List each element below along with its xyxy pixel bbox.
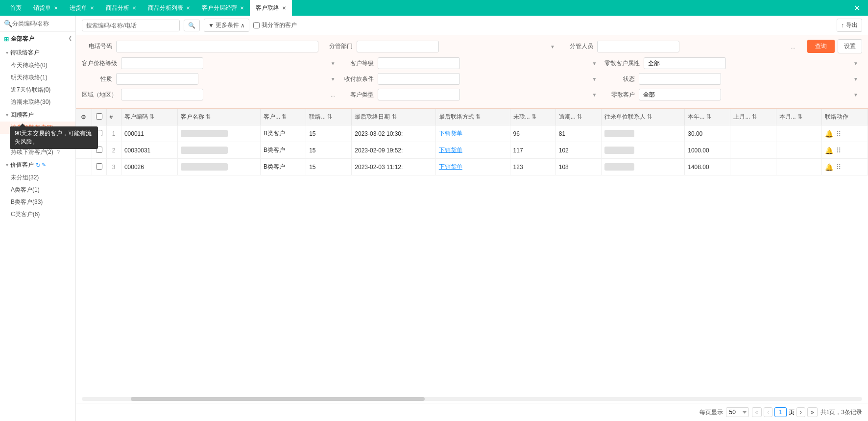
my-customers-checkbox-label[interactable]: 我分管的客户 <box>253 21 297 29</box>
table-scrollbar[interactable] <box>82 397 862 401</box>
department-input[interactable] <box>357 41 439 52</box>
sidebar-item-churned[interactable]: 已流失客户(24) ? <box>0 134 75 146</box>
region-input[interactable] <box>121 89 203 100</box>
status-input[interactable] <box>639 73 721 85</box>
sidebar-item-declining[interactable]: 持续下滑客户(2) ? <box>0 146 75 158</box>
sidebar-item-a-class[interactable]: A类客户(1) <box>0 184 75 196</box>
filter-search-button[interactable]: 🔍 <box>184 20 200 31</box>
settings-button[interactable]: 设置 <box>838 39 862 53</box>
row-checkbox[interactable] <box>96 147 102 153</box>
sidebar-item-week-contact[interactable]: 近7天待联络(0) <box>0 84 75 96</box>
grid-action-icon[interactable]: ⠿ <box>836 163 841 171</box>
last-page-button[interactable]: » <box>807 407 818 417</box>
td-checkbox[interactable] <box>92 159 106 175</box>
th-last-contact-date[interactable]: 最后联络日期 ⇅ <box>352 109 436 125</box>
more-conditions-button[interactable]: ▼ 更多条件 ∧ <box>204 19 249 32</box>
th-overdue[interactable]: 逾期... ⇅ <box>555 109 601 125</box>
row-checkbox[interactable] <box>96 163 102 170</box>
close-icon[interactable]: ✕ <box>54 5 58 11</box>
table-scrollbar-thumb[interactable] <box>131 397 425 401</box>
close-icon[interactable]: ✕ <box>132 5 136 11</box>
export-button[interactable]: ↑ 导出 <box>837 19 862 32</box>
th-last-month[interactable]: 上月... ⇅ <box>730 109 776 125</box>
nav-tab-home[interactable]: 首页 <box>4 4 27 12</box>
th-contact[interactable]: 联络... ⇅ <box>306 109 352 125</box>
th-checkbox[interactable] <box>92 109 106 125</box>
sidebar-item-churn-warning[interactable]: 流失预警客户(3) ● <box>0 122 75 134</box>
first-page-button[interactable]: « <box>752 407 762 417</box>
nature-input[interactable] <box>116 73 198 85</box>
td-code: 000026 <box>121 159 177 175</box>
nav-tab-customer-connect[interactable]: 客户联络 ✕ <box>250 0 292 16</box>
td-settings <box>76 142 92 159</box>
sidebar-item-overdue-contact[interactable]: 逾期未联络(30) <box>0 96 75 108</box>
th-settings[interactable]: ⚙ <box>76 109 92 125</box>
phone-action-icon[interactable]: 🔔 <box>825 163 833 171</box>
filter-search-input[interactable] <box>82 20 180 31</box>
select-all-checkbox[interactable] <box>96 113 102 120</box>
phone-action-icon[interactable]: 🔔 <box>825 147 833 154</box>
close-icon[interactable]: ✕ <box>240 5 244 11</box>
next-page-button[interactable]: › <box>796 407 805 417</box>
sidebar-search-input[interactable] <box>12 20 76 27</box>
td-last-contact-type[interactable]: 下销货单 <box>435 125 510 142</box>
all-customers-header[interactable]: ⊞ 全部客户 《 <box>0 32 75 46</box>
price-level-input[interactable] <box>121 57 203 69</box>
th-this-year[interactable]: 本年... ⇅ <box>685 109 730 125</box>
zero-customer-input[interactable] <box>639 89 721 100</box>
th-this-month[interactable]: 本月... ⇅ <box>776 109 821 125</box>
caret-icon: ▼ <box>592 92 597 98</box>
query-button[interactable]: 查询 <box>807 40 835 53</box>
nav-tab-analysis-list[interactable]: 商品分析列表 ✕ <box>142 0 196 16</box>
customer-level-input[interactable] <box>378 57 460 69</box>
td-last-contact-date: 2023-02-09 19:52: <box>352 142 436 159</box>
th-uncontacted[interactable]: 未联... ⇅ <box>510 109 555 125</box>
grid-action-icon[interactable]: ⠿ <box>836 130 841 138</box>
sidebar-group-value[interactable]: ▾ 价值客户 ↻ ✎ <box>0 158 75 172</box>
caret-icon: ▼ <box>592 61 597 66</box>
window-close-button[interactable]: ✕ <box>850 3 864 13</box>
sidebar-item-b-class[interactable]: B类客户(33) <box>0 196 75 208</box>
my-customers-checkbox[interactable] <box>253 22 260 28</box>
close-icon[interactable]: ✕ <box>282 5 286 11</box>
page-size-label: 每页显示 <box>699 408 723 417</box>
sidebar-item-tomorrow-contact[interactable]: 明天待联络(1) <box>0 72 75 84</box>
edit-icon[interactable]: ✎ <box>42 162 46 168</box>
table-header-row: ⚙ # 客户编码 ⇅ 客户名称 ⇅ 客户... ⇅ 联络... ⇅ 最后联络日期… <box>76 109 868 125</box>
content-area: 🔍 ▼ 更多条件 ∧ 我分管的客户 ↑ 导出 电话号码 <box>76 16 868 421</box>
filter-row-1: 电话号码 分管部门 ▼ 分管人员 … <box>82 39 862 53</box>
nav-tab-sales[interactable]: 销货单 ✕ <box>27 0 64 16</box>
th-last-contact-type[interactable]: 最后联络方式 ⇅ <box>435 109 510 125</box>
th-unit-contact[interactable]: 往来单位联系人 ⇅ <box>601 109 684 125</box>
grid-action-icon[interactable]: ⠿ <box>836 147 841 154</box>
th-category[interactable]: 客户... ⇅ <box>260 109 306 125</box>
customer-type-input[interactable] <box>378 89 460 100</box>
nav-tab-analysis[interactable]: 商品分析 ✕ <box>100 0 142 16</box>
row-checkbox[interactable] <box>96 130 102 136</box>
nav-tab-purchase[interactable]: 进货单 ✕ <box>64 0 100 16</box>
close-icon[interactable]: ✕ <box>90 5 94 11</box>
payment-input[interactable] <box>378 73 460 85</box>
td-checkbox[interactable] <box>92 125 106 142</box>
close-icon[interactable]: ✕ <box>186 5 190 11</box>
td-last-contact-type[interactable]: 下销货单 <box>435 142 510 159</box>
sidebar-group-pending[interactable]: ▾ 待联络客户 <box>0 46 75 59</box>
staff-input[interactable] <box>597 41 679 52</box>
sidebar-item-today-contact[interactable]: 今天待联络(0) <box>0 59 75 72</box>
refresh-icon[interactable]: ↻ <box>36 162 41 169</box>
td-code: 00030031 <box>121 142 177 159</box>
phone-action-icon[interactable]: 🔔 <box>825 130 833 138</box>
sidebar-item-ungroup[interactable]: 未分组(32) <box>0 172 75 184</box>
td-category: B类客户 <box>260 125 306 142</box>
nav-tab-customer-tier[interactable]: 客户分层经营 ✕ <box>196 0 250 16</box>
sidebar-group-review[interactable]: ▾ 回顾客户 <box>0 108 75 122</box>
td-checkbox[interactable] <box>92 142 106 159</box>
td-last-contact-type[interactable]: 下销货单 <box>435 159 510 175</box>
page-size-select[interactable]: 50 100 200 <box>726 407 749 417</box>
th-name[interactable]: 客户名称 ⇅ <box>177 109 260 125</box>
phone-input[interactable] <box>116 41 318 52</box>
prev-page-button[interactable]: ‹ <box>764 407 772 417</box>
th-code[interactable]: 客户编码 ⇅ <box>121 109 177 125</box>
zero-attr-input[interactable] <box>644 57 726 69</box>
sidebar-item-c-class[interactable]: C类客户(6) <box>0 208 75 221</box>
